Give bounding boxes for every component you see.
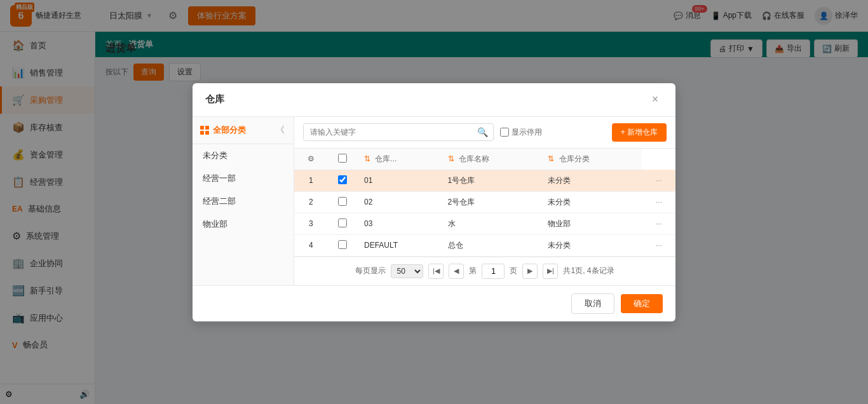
row-category: 未分类 [541, 234, 642, 256]
row-check-cell [328, 191, 358, 213]
search-input[interactable] [304, 125, 472, 140]
cancel-btn[interactable]: 取消 [571, 293, 614, 314]
row-name: 2号仓库 [442, 191, 542, 213]
sort-name-icon: ⇅ [448, 154, 454, 163]
row-category: 物业部 [541, 213, 642, 234]
collapse-panel-btn[interactable]: 《 [275, 123, 286, 137]
modal-header: 仓库 × [193, 83, 675, 117]
search-wrap: 🔍 [303, 123, 494, 141]
modal-close-btn[interactable]: × [648, 92, 663, 107]
modal-backdrop: 仓库 × 全部分类 《 [95, 32, 868, 404]
select-all-checkbox[interactable] [338, 154, 347, 163]
category-item-dept1[interactable]: 经营一部 [193, 167, 294, 190]
row-check-cell [328, 213, 358, 234]
row-index: 1 [294, 170, 328, 191]
row-more-btn[interactable]: ··· [642, 213, 675, 234]
row-category: 未分类 [541, 191, 642, 213]
first-page-btn[interactable]: |◀ [428, 264, 444, 279]
modal-title: 仓库 [205, 93, 224, 105]
table-row[interactable]: 4 DEFAULT 总仓 未分类 ··· [294, 234, 675, 256]
show-disabled-label: 显示停用 [500, 127, 542, 138]
row-check-cell [328, 170, 358, 191]
row-index: 3 [294, 213, 328, 234]
col-header-name: ⇅ 仓库名称 [442, 149, 542, 170]
sort-code-icon: ⇅ [364, 154, 370, 163]
main-layout: 🏠 首页 📊 销售管理 🛒 采购管理 📦 库存核查 💰 资金管理 📋 经营管理 … [0, 32, 868, 404]
confirm-btn[interactable]: 确定 [621, 294, 663, 313]
category-item-dept2[interactable]: 经营二部 [193, 190, 294, 213]
last-page-btn[interactable]: ▶| [543, 264, 558, 279]
add-warehouse-btn[interactable]: + 新增仓库 [612, 123, 667, 142]
warehouse-table: ⚙ ⇅ 仓库... [294, 149, 675, 257]
grid-icon [200, 126, 209, 135]
pagination-bar: 每页显示 50 10 20 100 |◀ ◀ 第 页 [294, 257, 675, 285]
row-code: 02 [358, 191, 442, 213]
page-input[interactable] [482, 264, 505, 279]
row-code: DEFAULT [358, 234, 442, 256]
row-name: 水 [442, 213, 542, 234]
data-toolbar: 🔍 显示停用 + 新增仓库 [294, 117, 675, 149]
prev-page-btn[interactable]: ◀ [449, 264, 464, 279]
sort-cat-icon: ⇅ [548, 154, 554, 163]
category-all-btn[interactable]: 全部分类 [200, 125, 246, 136]
row-more-btn[interactable]: ··· [642, 191, 675, 213]
table-row[interactable]: 3 03 水 物业部 ··· [294, 213, 675, 234]
main-content: 首页 进货单 ✕ ⬜ 进货单 🖨 打印 ▼ 📤 导出 [95, 32, 868, 404]
show-disabled-checkbox[interactable] [500, 128, 509, 137]
table-row[interactable]: 2 02 2号仓库 未分类 ··· [294, 191, 675, 213]
category-header: 全部分类 《 [193, 117, 294, 144]
modal-body: 全部分类 《 未分类 经营一部 经营二部 [193, 117, 675, 285]
table-row[interactable]: 1 01 1号仓库 未分类 ··· [294, 170, 675, 191]
row-checkbox[interactable] [338, 197, 347, 206]
row-code: 03 [358, 213, 442, 234]
data-panel: 🔍 显示停用 + 新增仓库 [294, 117, 675, 285]
row-index: 2 [294, 191, 328, 213]
row-code: 01 [358, 170, 442, 191]
row-name: 1号仓库 [442, 170, 542, 191]
row-category: 未分类 [541, 170, 642, 191]
per-page-select[interactable]: 50 10 20 100 [391, 264, 423, 278]
category-item-unclassified[interactable]: 未分类 [193, 144, 294, 167]
row-checkbox[interactable] [338, 240, 347, 249]
row-name: 总仓 [442, 234, 542, 256]
col-header-category: ⇅ 仓库分类 [541, 149, 642, 170]
warehouse-modal: 仓库 × 全部分类 《 [193, 83, 675, 321]
table-header-row: ⚙ ⇅ 仓库... [294, 149, 675, 170]
category-item-property[interactable]: 物业部 [193, 213, 294, 236]
modal-footer: 取消 确定 [193, 285, 675, 321]
row-check-cell [328, 234, 358, 256]
row-more-btn[interactable]: ··· [642, 234, 675, 256]
col-header-check [328, 149, 358, 170]
next-page-btn[interactable]: ▶ [522, 264, 538, 279]
table-wrap: ⚙ ⇅ 仓库... [294, 149, 675, 257]
row-checkbox[interactable] [338, 175, 347, 184]
row-more-btn[interactable]: ··· [642, 170, 675, 191]
search-btn[interactable]: 🔍 [472, 124, 493, 140]
category-panel: 全部分类 《 未分类 经营一部 经营二部 [193, 117, 294, 285]
col-header-gear: ⚙ [294, 149, 328, 170]
col-header-code: ⇅ 仓库... [358, 149, 442, 170]
row-checkbox[interactable] [338, 219, 347, 227]
row-index: 4 [294, 234, 328, 256]
